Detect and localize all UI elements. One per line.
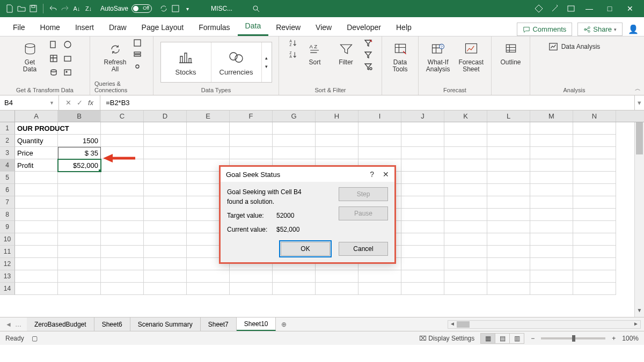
sheet-tab[interactable]: Sheet7: [201, 317, 237, 331]
row-header[interactable]: 3: [0, 147, 15, 159]
account-icon[interactable]: 👤: [628, 24, 639, 34]
cell[interactable]: [444, 258, 487, 270]
from-pic-icon[interactable]: [62, 67, 74, 78]
horizontal-scrollbar[interactable]: ◄ ►: [448, 320, 641, 329]
cell[interactable]: [101, 246, 144, 258]
cell[interactable]: [573, 135, 616, 147]
save-dd-icon[interactable]: [171, 4, 180, 13]
wand-icon[interactable]: [551, 4, 559, 13]
cell[interactable]: [230, 122, 273, 135]
col-header[interactable]: G: [273, 110, 316, 122]
cell[interactable]: [487, 258, 530, 270]
dialog-close-icon[interactable]: ✕: [383, 170, 389, 179]
cell[interactable]: [187, 283, 230, 295]
cell[interactable]: [58, 258, 101, 270]
cell[interactable]: [15, 184, 58, 196]
cell[interactable]: [573, 159, 616, 172]
reapply-icon[interactable]: [364, 50, 372, 60]
cell[interactable]: [401, 233, 444, 246]
from-web-icon[interactable]: [62, 39, 74, 50]
col-header[interactable]: N: [573, 110, 616, 122]
row-header[interactable]: 10: [0, 233, 15, 246]
clear-filter-icon[interactable]: [364, 39, 372, 48]
cell[interactable]: [530, 258, 573, 270]
cell[interactable]: [316, 122, 358, 135]
cell[interactable]: [401, 122, 444, 135]
cell[interactable]: [58, 122, 101, 135]
cell[interactable]: [15, 233, 58, 246]
cell[interactable]: [358, 135, 401, 147]
cell[interactable]: [530, 184, 573, 196]
cell[interactable]: [144, 283, 187, 295]
select-all-cell[interactable]: [0, 110, 15, 122]
tab-draw[interactable]: Draw: [101, 19, 134, 36]
data-tools-button[interactable]: Data Tools: [387, 39, 414, 75]
col-header[interactable]: B: [58, 110, 101, 122]
cell[interactable]: [487, 221, 530, 233]
cell[interactable]: [58, 233, 101, 246]
cell[interactable]: [444, 270, 487, 283]
name-box[interactable]: B4 ▼: [0, 95, 59, 110]
dialog-help-icon[interactable]: ?: [370, 170, 374, 179]
tab-home[interactable]: Home: [33, 19, 68, 36]
cell[interactable]: [15, 172, 58, 184]
col-header[interactable]: D: [144, 110, 187, 122]
cell[interactable]: [401, 196, 444, 209]
stocks-type[interactable]: Stocks: [161, 42, 211, 82]
new-file-icon[interactable]: [5, 4, 14, 13]
cell[interactable]: [101, 135, 144, 147]
cancel-button[interactable]: Cancel: [339, 242, 388, 256]
search-icon[interactable]: [252, 4, 260, 13]
cell[interactable]: [444, 196, 487, 209]
col-header[interactable]: M: [530, 110, 573, 122]
zoom-slider[interactable]: [541, 337, 605, 339]
cell[interactable]: [187, 270, 230, 283]
cell[interactable]: [187, 147, 230, 159]
col-header[interactable]: J: [401, 110, 444, 122]
sort-asc-icon[interactable]: A↓: [72, 4, 81, 13]
cell[interactable]: [273, 135, 316, 147]
sort-button[interactable]: AZ Sort: [302, 39, 328, 68]
cell[interactable]: [487, 246, 530, 258]
sort-az-icon[interactable]: AZ: [289, 39, 297, 48]
cell[interactable]: [444, 172, 487, 184]
cell[interactable]: [487, 147, 530, 159]
vertical-scrollbar[interactable]: ▲ ▼: [634, 122, 644, 317]
sheet-nav-more[interactable]: …: [15, 321, 21, 328]
cell[interactable]: [444, 246, 487, 258]
tab-review[interactable]: Review: [268, 19, 308, 36]
recent-sources-icon[interactable]: [62, 53, 74, 64]
cell[interactable]: [144, 233, 187, 246]
cancel-formula-icon[interactable]: ✕: [65, 99, 71, 107]
cell[interactable]: [144, 221, 187, 233]
row-header[interactable]: 6: [0, 184, 15, 196]
cell[interactable]: [530, 233, 573, 246]
cell[interactable]: [444, 159, 487, 172]
row-header[interactable]: 5: [0, 172, 15, 184]
col-header[interactable]: L: [487, 110, 530, 122]
formula-input[interactable]: =B2*B3: [100, 99, 634, 107]
from-table-icon[interactable]: [48, 53, 60, 64]
cell[interactable]: [58, 270, 101, 283]
tab-help[interactable]: Help: [389, 19, 419, 36]
col-header[interactable]: I: [358, 110, 401, 122]
cell[interactable]: [15, 270, 58, 283]
cell[interactable]: [230, 270, 273, 283]
cell[interactable]: [573, 246, 616, 258]
cell[interactable]: [444, 122, 487, 135]
pause-button[interactable]: Pause: [339, 206, 388, 220]
cell[interactable]: OUR PRODUCT: [15, 122, 58, 135]
cell[interactable]: [101, 270, 144, 283]
enter-formula-icon[interactable]: ✓: [77, 99, 83, 107]
data-types-more[interactable]: ▴▾: [262, 55, 272, 69]
view-page-layout-icon[interactable]: ▤: [495, 333, 510, 344]
save-icon[interactable]: [29, 4, 38, 13]
tab-view[interactable]: View: [308, 19, 339, 36]
cell[interactable]: [530, 172, 573, 184]
cell[interactable]: [187, 122, 230, 135]
refresh-icon[interactable]: [159, 4, 168, 13]
data-analysis-button[interactable]: Data Analysis: [548, 39, 601, 51]
view-page-break-icon[interactable]: ▥: [509, 333, 524, 344]
from-text-icon[interactable]: [48, 39, 60, 50]
sheet-tab[interactable]: ZeroBasedBudget: [27, 317, 94, 331]
